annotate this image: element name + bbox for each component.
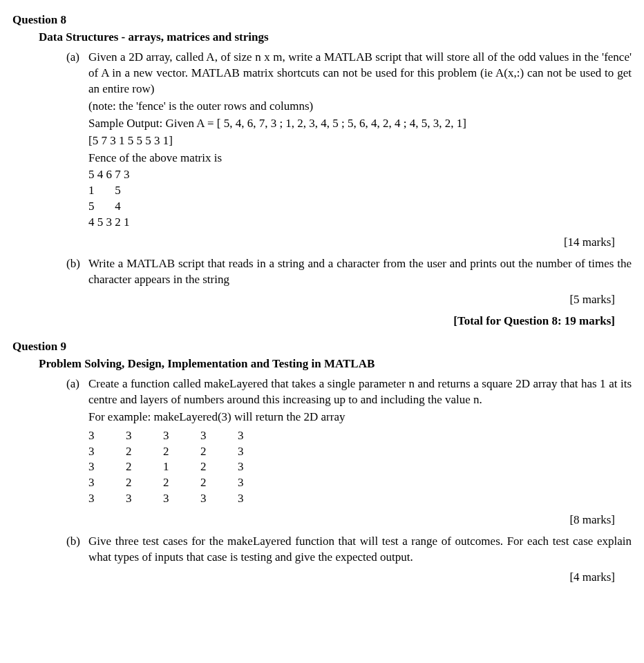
q8a-p1: Given a 2D array, called A, of size n x … xyxy=(88,50,632,97)
matrix-cell: 2 xyxy=(126,475,163,491)
part-body: Give three test cases for the makeLayere… xyxy=(88,534,632,567)
matrix-cell: 3 xyxy=(238,459,275,475)
matrix-cell: 3 xyxy=(88,444,126,460)
part-body: Write a MATLAB script that reads in a st… xyxy=(88,256,632,289)
part-label: (a) xyxy=(66,50,88,232)
part-body: Create a function called makeLayered tha… xyxy=(88,376,632,510)
q8-total: [Total for Question 8: 19 marks] xyxy=(12,314,615,329)
matrix-cell: 3 xyxy=(88,459,126,475)
part-body: Given a 2D array, called A, of size n x … xyxy=(88,50,632,232)
q9a-p1: Create a function called makeLayered tha… xyxy=(88,376,632,408)
matrix-cell: 1 xyxy=(163,459,200,475)
matrix-row: 32123 xyxy=(88,459,632,475)
matrix-cell: 3 xyxy=(88,428,126,444)
question-9-subtitle: Problem Solving, Design, Implementation … xyxy=(39,356,632,372)
matrix-cell: 3 xyxy=(126,491,163,507)
q8a-p2: (note: the 'fence' is the outer rows and… xyxy=(88,99,632,115)
q9-part-a: (a) Create a function called makeLayered… xyxy=(66,376,632,510)
question-8-subtitle: Data Structures - arrays, matrices and s… xyxy=(39,30,632,46)
matrix-cell: 2 xyxy=(126,444,163,460)
q9-part-b: (b) Give three test cases for the makeLa… xyxy=(66,534,632,567)
q8a-p5: Fence of the above matrix is xyxy=(88,151,632,166)
matrix-cell: 2 xyxy=(200,444,238,460)
q9a-matrix: 3333332223321233222333333 xyxy=(88,428,632,508)
matrix-cell: 3 xyxy=(200,428,238,444)
matrix-cell: 2 xyxy=(163,475,200,491)
matrix-cell: 3 xyxy=(163,491,200,507)
part-label: (b) xyxy=(66,534,88,567)
matrix-cell: 3 xyxy=(200,491,238,507)
q8a-fence: 5 4 6 7 3 1 5 5 4 4 5 3 2 1 xyxy=(88,167,632,231)
part-label: (b) xyxy=(66,256,88,289)
q8-part-a: (a) Given a 2D array, called A, of size … xyxy=(66,50,632,232)
matrix-cell: 3 xyxy=(238,491,275,507)
matrix-row: 32223 xyxy=(88,475,632,491)
q8-part-b: (b) Write a MATLAB script that reads in … xyxy=(66,256,632,289)
matrix-cell: 2 xyxy=(200,475,238,491)
q8a-marks: [14 marks] xyxy=(12,235,615,251)
matrix-cell: 2 xyxy=(126,459,163,475)
matrix-row: 33333 xyxy=(88,428,632,444)
matrix-cell: 3 xyxy=(163,428,200,444)
q8a-p4: [5 7 3 1 5 5 5 3 1] xyxy=(88,133,632,149)
q9b-marks-cutoff: [4 marks] xyxy=(12,570,615,586)
q9a-marks: [8 marks] xyxy=(12,512,615,528)
matrix-cell: 3 xyxy=(126,428,163,444)
q8a-p3: Sample Output: Given A = [ 5, 4, 6, 7, 3… xyxy=(88,116,632,132)
matrix-cell: 2 xyxy=(200,459,238,475)
matrix-cell: 3 xyxy=(238,444,275,460)
matrix-row: 32223 xyxy=(88,444,632,460)
q8b-marks: [5 marks] xyxy=(12,292,615,308)
matrix-cell: 3 xyxy=(238,428,275,444)
part-label: (a) xyxy=(66,376,88,510)
question-8-header: Question 8 xyxy=(12,12,632,28)
q9a-p2: For example: makeLayered(3) will return … xyxy=(88,410,632,425)
q8b-p1: Write a MATLAB script that reads in a st… xyxy=(88,256,632,288)
matrix-cell: 3 xyxy=(238,475,275,491)
question-9-header: Question 9 xyxy=(12,339,632,355)
q9b-p1: Give three test cases for the makeLayere… xyxy=(88,534,632,566)
matrix-cell: 3 xyxy=(88,475,126,491)
matrix-row: 33333 xyxy=(88,491,632,507)
matrix-cell: 2 xyxy=(163,444,200,460)
matrix-cell: 3 xyxy=(88,491,126,507)
